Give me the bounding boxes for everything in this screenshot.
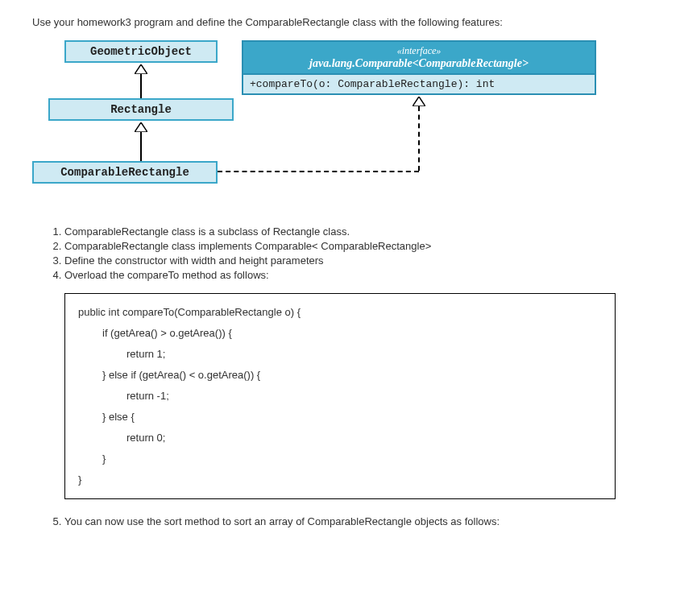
svg-marker-0 [135, 64, 147, 74]
code-line: } else if (getArea() < o.getArea()) { [78, 365, 602, 386]
requirements-list: ComparableRectangle class is a subclass … [64, 225, 648, 281]
uml-class-comparablerectangle: ComparableRectangle [32, 161, 218, 184]
uml-diagram: GeometricObject Rectangle ComparableRect… [32, 40, 648, 209]
intro-text: Use your homework3 program and define th… [32, 16, 648, 28]
code-line: } [78, 469, 602, 490]
requirements-list-cont: You can now use the sort method to sort … [64, 515, 648, 527]
list-item: You can now use the sort method to sort … [64, 515, 648, 527]
interface-stereotype: «interface» [250, 45, 588, 57]
uml-interface-header: «interface» java.lang.Comparable<Compara… [243, 42, 595, 75]
inheritance-arrow-icon [135, 64, 146, 72]
arrow-shaft [140, 74, 142, 98]
list-item: ComparableRectangle class is a subclass … [64, 225, 648, 238]
interface-method: +compareTo(o: ComparableRectangle): int [243, 75, 595, 93]
code-line: return 0; [78, 428, 602, 449]
code-line: public int compareTo(ComparableRectangle… [78, 302, 602, 323]
code-line: return 1; [78, 344, 602, 365]
code-block: public int compareTo(ComparableRectangle… [64, 293, 616, 499]
list-item: Define the constructor with width and he… [64, 254, 648, 267]
arrow-shaft [140, 132, 142, 161]
inheritance-arrow-icon [135, 122, 146, 130]
code-line: } else { [78, 407, 602, 428]
list-item: ComparableRectangle class implements Com… [64, 240, 648, 252]
uml-class-rectangle: Rectangle [48, 98, 234, 121]
code-line: if (getArea() > o.getArea()) { [78, 323, 602, 344]
svg-marker-2 [413, 97, 425, 106]
code-line: return -1; [78, 386, 602, 407]
dashed-arrow-shaft [418, 106, 420, 171]
uml-class-geometricobject: GeometricObject [64, 40, 218, 63]
uml-interface-comparable: «interface» java.lang.Comparable<Compara… [242, 40, 596, 95]
dashed-arrow-shaft [218, 171, 419, 172]
svg-marker-1 [135, 122, 147, 132]
list-item: Overload the compareTo method as follows… [64, 269, 648, 281]
realization-arrow-icon [413, 97, 424, 105]
interface-name: java.lang.Comparable<ComparableRectangle… [250, 57, 588, 70]
code-line: } [78, 449, 602, 469]
